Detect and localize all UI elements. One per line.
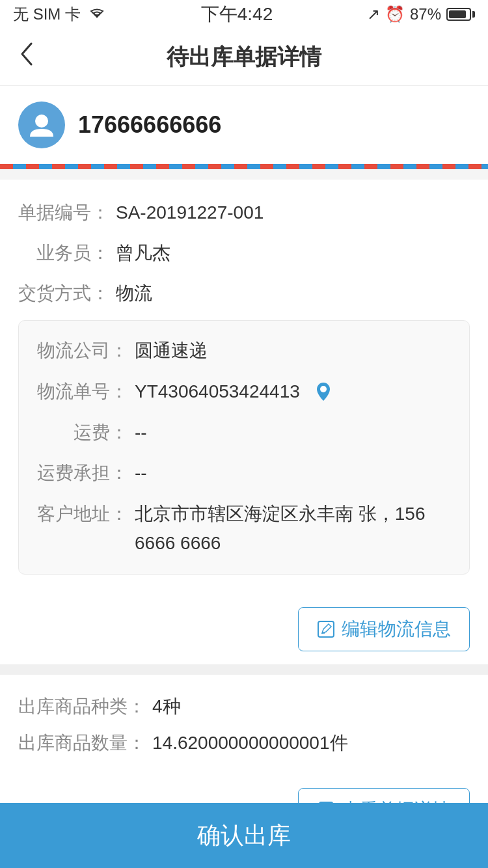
goods-quantity-label: 出库商品数量：	[18, 731, 146, 755]
page-title: 待出库单据详情	[167, 42, 321, 72]
svg-rect-2	[318, 621, 334, 637]
freight-row: 运费： --	[37, 418, 451, 448]
battery-percent: 87%	[410, 5, 441, 23]
status-bar: 无 SIM 卡 下午4:42 ↗ ⏰ 87%	[0, 0, 488, 29]
delivery-method-value: 物流	[116, 280, 470, 307]
doc-info-section: 单据编号： SA-20191227-001 业务员： 曾凡杰 交货方式： 物流 …	[0, 180, 488, 594]
freight-bearer-row: 运费承担： --	[37, 459, 451, 488]
goods-types-row: 出库商品种类： 4种	[18, 694, 470, 719]
location-status-icon: ↗	[367, 5, 380, 23]
logistics-card: 物流公司： 圆通速递 物流单号： YT43064053424413 运费： --…	[18, 320, 470, 575]
delivery-method-row: 交货方式： 物流	[18, 280, 470, 307]
logistics-company-value: 圆通速递	[135, 336, 451, 366]
doc-no-row: 单据编号： SA-20191227-001	[18, 199, 470, 226]
logistics-company-row: 物流公司： 圆通速递	[37, 336, 451, 366]
goods-types-label: 出库商品种类：	[18, 694, 146, 719]
nav-bar: 待出库单据详情	[0, 29, 488, 86]
status-left: 无 SIM 卡	[13, 4, 107, 25]
address-value: 北京市市辖区海淀区永丰南 张，156 6666 6666	[135, 500, 451, 558]
freight-bearer-label: 运费承担：	[37, 459, 128, 488]
edit-logistics-label: 编辑物流信息	[342, 617, 451, 642]
alarm-icon: ⏰	[385, 5, 405, 23]
battery-icon	[446, 8, 475, 21]
confirm-button[interactable]: 确认出库	[0, 803, 488, 868]
goods-section: 出库商品种类： 4种 出库商品数量： 14.620000000000001件	[0, 675, 488, 775]
delivery-method-label: 交货方式：	[18, 280, 109, 307]
goods-quantity-row: 出库商品数量： 14.620000000000001件	[18, 731, 470, 755]
customer-header: 17666666666	[0, 86, 488, 164]
edit-icon	[317, 620, 335, 638]
sales-person-row: 业务员： 曾凡杰	[18, 239, 470, 267]
dashed-separator	[0, 164, 488, 169]
goods-types-value: 4种	[152, 694, 181, 719]
address-row: 客户地址： 北京市市辖区海淀区永丰南 张，156 6666 6666	[37, 500, 451, 558]
carrier-text: 无 SIM 卡	[13, 4, 81, 25]
back-button[interactable]	[18, 41, 34, 73]
sales-person-label: 业务员：	[18, 239, 109, 267]
freight-label: 运费：	[37, 418, 128, 448]
edit-logistics-row: 编辑物流信息	[0, 594, 488, 664]
tracking-value-row: YT43064053424413	[135, 377, 336, 407]
edit-logistics-button[interactable]: 编辑物流信息	[298, 607, 470, 651]
avatar	[18, 102, 65, 148]
freight-value: --	[135, 418, 451, 448]
doc-no-label: 单据编号：	[18, 199, 109, 226]
wifi-icon	[87, 5, 107, 23]
status-time: 下午4:42	[201, 2, 273, 27]
logistics-company-label: 物流公司：	[37, 336, 128, 366]
sales-person-value: 曾凡杰	[116, 239, 470, 267]
svg-point-0	[35, 115, 48, 128]
logistics-tracking-value: YT43064053424413	[135, 377, 300, 407]
user-icon	[27, 111, 56, 139]
freight-bearer-value: --	[135, 459, 451, 488]
section-divider	[0, 664, 488, 675]
logistics-tracking-row: 物流单号： YT43064053424413	[37, 377, 451, 407]
logistics-tracking-label: 物流单号：	[37, 377, 128, 407]
address-label: 客户地址：	[37, 500, 128, 529]
svg-point-1	[320, 386, 327, 392]
confirm-button-label: 确认出库	[197, 820, 291, 852]
map-pin-icon[interactable]	[310, 379, 336, 405]
doc-no-value: SA-20191227-001	[116, 199, 470, 226]
goods-quantity-value: 14.620000000000001件	[152, 731, 348, 755]
customer-phone: 17666666666	[78, 111, 221, 139]
status-right: ↗ ⏰ 87%	[367, 5, 475, 23]
